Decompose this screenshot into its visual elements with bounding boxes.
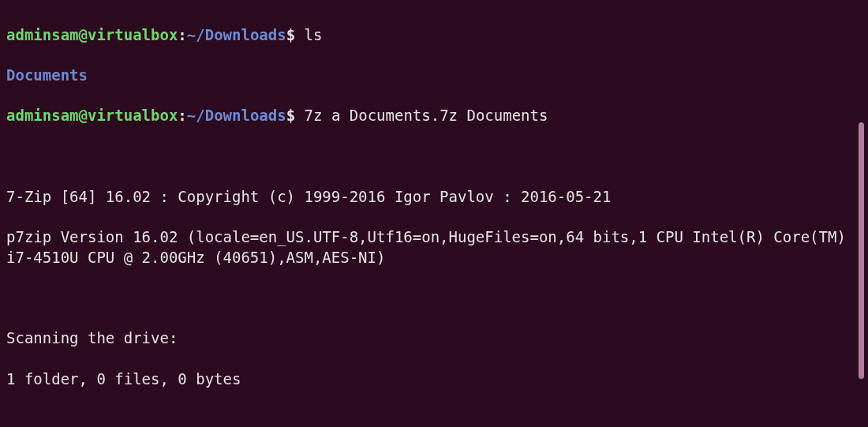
scrollbar[interactable] xyxy=(859,122,864,379)
command-ls: ls xyxy=(305,26,323,43)
prompt-path: ~/Downloads xyxy=(187,26,286,43)
prompt-path: ~/Downloads xyxy=(187,107,286,124)
prompt-at: @ xyxy=(79,26,88,43)
prompt-colon: : xyxy=(178,107,186,124)
prompt-user: adminsam xyxy=(6,26,79,43)
prompt-line-1: adminsam@virtualbox:~/Downloads$ ls xyxy=(6,25,862,46)
command-7z: 7z a Documents.7z Documents xyxy=(305,107,548,124)
prompt-dollar: $ xyxy=(286,107,295,124)
prompt-user: adminsam xyxy=(6,107,79,124)
prompt-host: virtualbox xyxy=(88,26,178,43)
prompt-at: @ xyxy=(79,107,88,124)
prompt-host: virtualbox xyxy=(88,107,178,124)
ls-output: Documents xyxy=(6,66,862,86)
terminal-window[interactable]: adminsam@virtualbox:~/Downloads$ ls Docu… xyxy=(6,5,862,427)
output-blank xyxy=(6,288,862,309)
output-blank xyxy=(6,146,862,167)
output-p7zip: p7zip Version 16.02 (locale=en_US.UTF-8,… xyxy=(6,227,862,268)
output-blank xyxy=(6,410,862,427)
prompt-line-2: adminsam@virtualbox:~/Downloads$ 7z a Do… xyxy=(6,106,862,126)
prompt-dollar: $ xyxy=(286,26,295,43)
prompt-colon: : xyxy=(178,26,186,43)
output-scanning: Scanning the drive: xyxy=(6,328,862,349)
output-folder-count: 1 folder, 0 files, 0 bytes xyxy=(6,369,862,390)
output-version: 7-Zip [64] 16.02 : Copyright (c) 1999-20… xyxy=(6,187,862,208)
